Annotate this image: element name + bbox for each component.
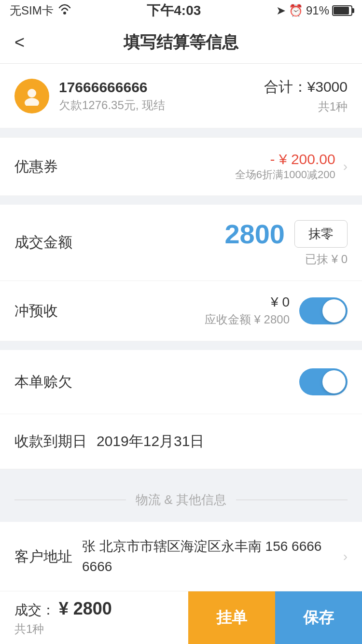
section-divider-1 [0, 196, 362, 205]
prereceive-toggle-knob [322, 299, 346, 322]
bottom-deal-row: 成交： ¥ 2800 [14, 599, 174, 619]
alarm-icon: ⏰ [289, 4, 303, 17]
debt-label: 本单赊欠 [14, 372, 72, 392]
prereceive-sub: 应收金额 ¥ 2800 [205, 312, 290, 327]
deal-amount-section: 成交金额 2800 抹零 已抹 ¥ 0 冲预收 ¥ 0 应收金额 ¥ 2800 [0, 205, 362, 341]
total-count: 共1种 [264, 99, 348, 114]
prereceive-toggle[interactable] [299, 297, 348, 324]
bottom-bar: 成交： ¥ 2800 共1种 挂单 保存 [0, 591, 362, 644]
customer-card: 17666666666 欠款1276.35元, 现结 合计：¥3000 共1种 [0, 64, 362, 128]
prereceive-right: ¥ 0 应收金额 ¥ 2800 [205, 294, 348, 327]
logistics-divider: 物流 & 其他信息 [0, 478, 362, 522]
bottom-count: 共1种 [14, 621, 174, 637]
duedate-label: 收款到期日 [14, 432, 87, 451]
bottom-deal-amount: ¥ 2800 [59, 599, 112, 618]
customer-subtext: 欠款1276.35元, 现结 [59, 98, 165, 113]
logistics-text: 物流 & 其他信息 [136, 491, 226, 508]
debt-toggle-knob [322, 370, 346, 393]
deal-amount-label: 成交金额 [14, 233, 72, 252]
coupon-desc: 全场6折满1000减200 [235, 168, 335, 182]
nav-bar: < 填写结算等信息 [0, 21, 362, 64]
deal-amount-value-area: 2800 抹零 [224, 218, 348, 250]
duedate-value: 2019年12月31日 [97, 432, 204, 451]
duedate-row: 收款到期日 2019年12月31日 [0, 414, 362, 469]
battery-icon [332, 5, 352, 16]
coupon-label: 优惠券 [14, 157, 58, 177]
wifi-icon [57, 4, 72, 17]
status-right: ➤ ⏰ 91% [276, 4, 352, 17]
coupon-right: - ¥ 200.00 全场6折满1000减200 › [235, 151, 348, 182]
save-button[interactable]: 保存 [275, 591, 362, 644]
coupon-row[interactable]: 优惠券 - ¥ 200.00 全场6折满1000减200 › [0, 137, 362, 196]
status-time: 下午4:03 [147, 1, 201, 20]
hang-button[interactable]: 挂单 [188, 591, 275, 644]
coupon-discount: - ¥ 200.00 [235, 151, 335, 168]
divider-line-left [14, 500, 126, 500]
section-divider-3 [0, 469, 362, 478]
chevron-right-icon: › [343, 159, 348, 174]
deal-amount-sub: 已抹 ¥ 0 [224, 252, 348, 267]
deal-amount-value: 2800 [224, 218, 285, 250]
customer-info: 17666666666 欠款1276.35元, 现结 [59, 79, 165, 113]
customer-left: 17666666666 欠款1276.35元, 现结 [14, 79, 165, 113]
prereceive-row: 冲预收 ¥ 0 应收金额 ¥ 2800 [0, 281, 362, 341]
debt-row: 本单赊欠 [0, 350, 362, 414]
svg-point-1 [28, 89, 36, 98]
total-amount: 合计：¥3000 [264, 77, 348, 97]
round-button[interactable]: 抹零 [294, 220, 348, 248]
customer-right: 合计：¥3000 共1种 [264, 77, 348, 114]
address-row[interactable]: 客户地址 张 北京市市辖区海淀区永丰南 156 6666 6666 › [0, 522, 362, 591]
battery-percent: 91% [306, 4, 329, 17]
page-title: 填写结算等信息 [124, 31, 238, 54]
prereceive-label: 冲预收 [14, 301, 58, 321]
status-bar: 无SIM卡 下午4:03 ➤ ⏰ 91% [0, 0, 362, 21]
deal-amount-row: 成交金额 2800 抹零 已抹 ¥ 0 [0, 205, 362, 281]
location-icon: ➤ [276, 4, 286, 17]
prereceive-amount: ¥ 0 [205, 294, 290, 310]
back-button[interactable]: < [14, 28, 34, 57]
address-chevron-icon: › [343, 549, 348, 564]
divider-line-right [236, 500, 348, 500]
section-divider-2 [0, 341, 362, 350]
status-left: 无SIM卡 [10, 3, 72, 18]
svg-point-0 [63, 12, 66, 14]
svg-point-2 [25, 98, 39, 106]
address-value: 张 北京市市辖区海淀区永丰南 156 6666 6666 [82, 536, 331, 577]
bottom-deal-label: 成交： [14, 602, 55, 617]
bottom-summary: 成交： ¥ 2800 共1种 [0, 599, 188, 637]
debt-toggle[interactable] [299, 368, 348, 395]
customer-phone: 17666666666 [59, 79, 165, 96]
avatar [14, 79, 49, 113]
carrier-text: 无SIM卡 [10, 3, 54, 18]
address-label: 客户地址 [14, 547, 72, 567]
